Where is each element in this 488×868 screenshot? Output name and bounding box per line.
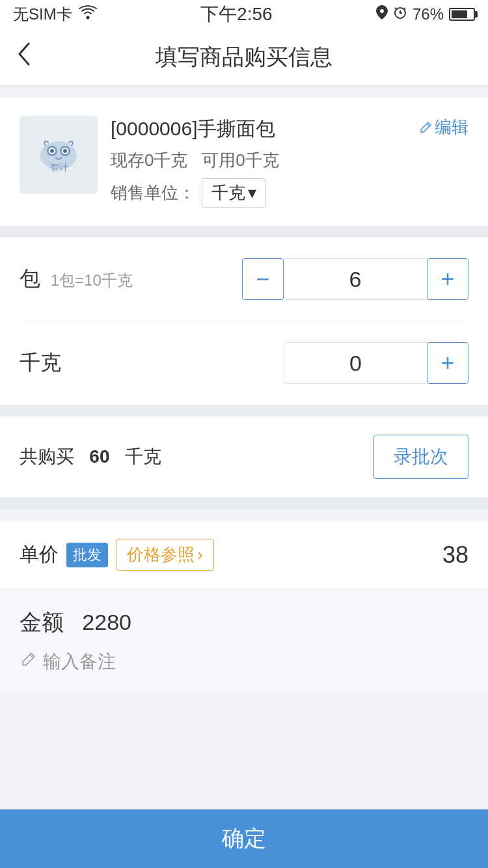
status-bar: 无SIM卡 下午2:56 [0,0,488,29]
confirm-btn-label: 确定 [222,824,266,854]
product-logo: 智计 [36,133,81,178]
price-ref-button[interactable]: 价格参照 › [116,539,214,571]
pack-plus-button[interactable]: + [427,258,468,300]
pack-conversion: 1包=10千克 [51,271,133,289]
carrier-text: 无SIM卡 [13,4,72,25]
product-stock: 现存0千克 可用0千克 [111,149,468,172]
price-left: 单价 批发 价格参照 › [20,539,214,571]
battery-text: 76% [413,5,444,23]
kg-controls: + [284,342,468,384]
stock-text: 现存0千克 [111,150,187,170]
available-text: 可用0千克 [202,150,278,170]
pack-minus-button[interactable]: − [242,258,284,300]
unit-dropdown-icon: ▾ [248,183,256,203]
nav-bar: 填写商品购买信息 [0,29,488,86]
edit-label: 编辑 [435,116,468,139]
total-text: 共购买 60 千克 [20,444,161,469]
unit-value: 千克 [211,182,245,204]
unit-select[interactable]: 千克 ▾ [202,178,266,208]
kg-label: 千克 [20,349,61,377]
pack-controls: − + [242,258,468,300]
batch-button[interactable]: 录批次 [373,435,468,479]
price-value: 38 [442,541,468,569]
section-divider-2 [0,405,488,416]
pencil-icon [20,651,36,673]
amount-section: 金额 2280 输入备注 [0,589,488,692]
kg-quantity-row: 千克 + [20,321,468,405]
alarm-icon [393,5,407,23]
amount-label: 金额 [20,610,64,634]
kg-plus-button[interactable]: + [427,342,468,384]
edit-button[interactable]: 编辑 [419,116,468,139]
product-card: 智计 [0000006]手撕面包 编辑 现存0千克 可用0千克 [0,98,488,226]
product-image: 智计 [20,116,98,194]
total-amount: 60 [89,446,109,467]
total-section: 共购买 60 千克 录批次 [0,416,488,497]
quantity-section: 包 1包=10千克 − + 千克 + [0,237,488,405]
pack-label-group: 包 1包=10千克 [20,265,133,293]
amount-value: 2280 [82,610,131,634]
price-ref-arrow: › [197,545,203,565]
amount-row: 金额 2280 [20,608,468,638]
svg-point-7 [50,149,54,153]
wifi-icon [79,5,97,23]
remark-label: 输入备注 [43,649,116,674]
pack-quantity-row: 包 1包=10千克 − + [20,237,468,321]
price-ref-label: 价格参照 [127,543,195,566]
status-right: 76% [376,5,475,23]
price-section: 单价 批发 价格参照 › 38 [0,521,488,589]
page-title: 填写商品购买信息 [156,42,332,72]
unit-label: 销售单位： [111,182,195,204]
remark-row[interactable]: 输入备注 [20,649,468,674]
confirm-button[interactable]: 确定 [0,809,488,868]
status-left: 无SIM卡 [13,4,97,25]
back-button[interactable] [16,41,31,73]
section-divider-1 [0,226,488,237]
total-label: 共购买 [20,446,74,467]
product-unit-row: 销售单位： 千克 ▾ [111,178,468,208]
time-display: 下午2:56 [200,2,273,27]
price-tag: 批发 [66,543,108,567]
battery-icon [449,8,475,21]
svg-text:智计: 智计 [50,162,68,172]
location-icon [376,5,388,23]
total-unit: 千克 [125,446,161,467]
pack-label: 包 [20,267,40,290]
svg-point-8 [63,149,67,153]
kg-quantity-input[interactable] [284,342,427,384]
svg-point-0 [86,16,89,20]
section-divider-3 [0,497,488,509]
price-label: 单价 [20,541,59,568]
product-name: [0000006]手撕面包 [111,116,275,142]
product-info: [0000006]手撕面包 编辑 现存0千克 可用0千克 销售单位： 千克 [111,116,468,208]
pack-quantity-input[interactable] [284,258,427,300]
